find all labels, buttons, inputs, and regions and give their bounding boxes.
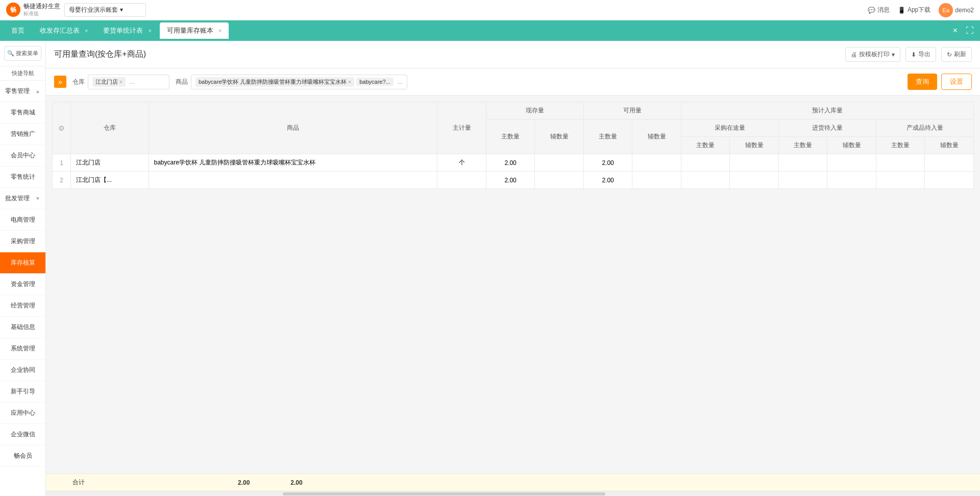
fullscreen-btn[interactable]: ⛶ (964, 24, 976, 37)
warehouse-tag-value: 江北门店 (95, 78, 118, 86)
sidebar-item-purchase[interactable]: 采购管理 (0, 231, 45, 252)
avatar: Ea (939, 3, 953, 17)
th-settings[interactable]: ⚙ (53, 102, 71, 154)
product-tag-2-value: babycare?... (359, 79, 390, 85)
page-title: 可用量查询(按仓库+商品) (54, 49, 146, 66)
top-bar-left: 畅 畅捷通好生意 标准版 母婴行业演示账套 ▾ (6, 3, 146, 17)
enterprise-dropdown-icon: ▾ (120, 6, 123, 13)
sidebar-item-finance[interactable]: 资金管理 (0, 274, 45, 295)
tab-home[interactable]: 首页 (4, 22, 32, 39)
th-planned-in: 预计入库量 (681, 102, 973, 120)
sidebar-item-retail-stats[interactable]: 零售统计 (0, 167, 45, 188)
sidebar-item-operations[interactable]: 经营管理 (0, 295, 45, 317)
th-product: 商品 (149, 102, 437, 154)
quick-nav-label: 快捷导航 (12, 70, 34, 76)
template-print-btn[interactable]: 🖨 按模板打印 ▾ (845, 47, 900, 62)
sidebar-retail-mall-label: 零售商城 (11, 108, 35, 117)
footer-label: 合计 (54, 478, 85, 487)
sidebar-item-retail-mall[interactable]: 零售商城 (0, 102, 45, 124)
sidebar-item-app-center[interactable]: 应用中心 (0, 403, 45, 424)
sidebar-vip-member-label: 畅会员 (14, 452, 32, 460)
row-1-stock-main: 2.00 (486, 154, 535, 172)
template-print-label: 按模板打印 (859, 50, 890, 59)
product-tag-1-value: babycare学饮杯 儿童防摔防撞吸管杯重力球吸嘴杯宝宝水杯 (199, 78, 347, 86)
sidebar-enterprise-collab-label: 企业协同 (11, 366, 35, 374)
sidebar-item-new-guide[interactable]: 新手引导 (0, 381, 45, 403)
sidebar-search-area: 🔍 搜索菜单 (0, 41, 45, 66)
th-arr-aux: 辅数量 (827, 137, 876, 154)
sidebar-item-basic-info[interactable]: 基础信息 (0, 317, 45, 338)
tab-order-stat-close[interactable]: × (148, 28, 151, 34)
footer-stock-main: 2.00 (238, 479, 250, 486)
product-filter-group: 商品 babycare学饮杯 儿童防摔防撞吸管杯重力球吸嘴杯宝宝水杯 × bab… (176, 75, 407, 89)
sidebar: 🔍 搜索菜单 快捷导航 零售管理 ▲ 零售商城 营销推广 会员中心 零售统计 批… (0, 41, 46, 496)
main-layout: 🔍 搜索菜单 快捷导航 零售管理 ▲ 零售商城 营销推广 会员中心 零售统计 批… (0, 41, 980, 496)
warehouse-label: 仓库 (72, 78, 85, 86)
sidebar-item-member[interactable]: 会员中心 (0, 145, 45, 167)
th-pending-arrival: 进货待入量 (778, 120, 876, 137)
warehouse-filter-group: 仓库 江北门店 × ... (72, 75, 169, 89)
row-2-product (149, 172, 437, 189)
warehouse-input[interactable]: 江北门店 × ... (88, 75, 169, 89)
row-1-avail-main: 2.00 (583, 154, 632, 172)
logo-icon: 畅 (6, 3, 20, 17)
logo-text: 畅捷通好生意 (23, 3, 60, 10)
app-download-label: App下载 (908, 6, 930, 14)
quick-nav-btn[interactable]: 快捷导航 (0, 66, 45, 81)
refresh-btn[interactable]: ↻ 刷新 (941, 47, 972, 62)
sidebar-item-marketing[interactable]: 营销推广 (0, 124, 45, 145)
sidebar-item-ecommerce[interactable]: 电商管理 (0, 209, 45, 231)
row-2-purch-main (681, 172, 730, 189)
tab-order-stat[interactable]: 要货单统计表 × (96, 22, 158, 39)
row-2-stock-main: 2.00 (486, 172, 535, 189)
nav-controls: × ⛶ (951, 24, 976, 37)
sidebar-finance-label: 资金管理 (11, 280, 35, 289)
refresh-label: 刷新 (954, 50, 966, 59)
row-2-prod-aux (925, 172, 974, 189)
settings-icon[interactable]: ⚙ (58, 124, 65, 132)
sidebar-item-system[interactable]: 系统管理 (0, 338, 45, 360)
top-bar-right: 💬 消息 📱 App下载 Ea demo2 (868, 3, 974, 17)
product-tag-1-close[interactable]: × (348, 79, 351, 85)
enterprise-selector[interactable]: 母婴行业演示账套 ▾ (64, 3, 146, 17)
filter-actions: 查询 设置 (908, 74, 972, 90)
warehouse-dots[interactable]: ... (130, 78, 135, 85)
filter-expand-btn[interactable]: » (54, 76, 66, 88)
query-btn[interactable]: 查询 (908, 74, 937, 90)
tab-receipt[interactable]: 收发存汇总表 × (33, 22, 95, 39)
sidebar-new-guide-label: 新手引导 (11, 387, 35, 396)
close-all-btn[interactable]: × (951, 24, 960, 37)
warehouse-tag-close[interactable]: × (119, 79, 122, 85)
th-current-stock: 现存量 (486, 102, 583, 120)
product-dots[interactable]: ... (398, 78, 403, 85)
row-2-purch-aux (730, 172, 779, 189)
sidebar-item-inventory[interactable]: 库存核算 (0, 252, 45, 274)
row-2-warehouse: 江北门店【... (71, 172, 149, 189)
nav-tabs: 首页 收发存汇总表 × 要货单统计表 × 可用量库存账本 × × ⛶ (0, 20, 980, 41)
tab-available-close[interactable]: × (218, 28, 222, 34)
th-stock-aux: 辅数量 (535, 120, 584, 154)
export-btn[interactable]: ⬇ 导出 (905, 47, 936, 62)
search-menu-btn[interactable]: 🔍 搜索菜单 (4, 46, 41, 61)
export-label: 导出 (918, 50, 930, 59)
tab-available[interactable]: 可用量库存账本 × (160, 22, 229, 39)
sidebar-operations-label: 经营管理 (11, 301, 35, 310)
print-dropdown-icon: ▾ (892, 51, 895, 58)
sidebar-item-retail-mgmt[interactable]: 零售管理 ▲ (0, 81, 45, 102)
product-label: 商品 (176, 78, 188, 86)
th-available: 可用量 (583, 102, 681, 120)
sidebar-item-enterprise-wechat[interactable]: 企业微信 (0, 424, 45, 445)
app-download-btn[interactable]: 📱 App下载 (898, 6, 930, 14)
sidebar-item-vip-member[interactable]: 畅会员 (0, 445, 45, 467)
tab-home-label: 首页 (11, 26, 24, 35)
settings-btn[interactable]: 设置 (941, 74, 972, 90)
th-prod-main: 主数量 (876, 137, 925, 154)
message-btn[interactable]: 💬 消息 (868, 6, 890, 14)
logo-sub: 标准版 (23, 10, 60, 17)
product-input[interactable]: babycare学饮杯 儿童防摔防撞吸管杯重力球吸嘴杯宝宝水杯 × babyca… (191, 75, 407, 89)
sidebar-item-wholesale[interactable]: 批发管理 ▼ (0, 188, 45, 209)
tab-receipt-close[interactable]: × (85, 28, 88, 34)
user-area[interactable]: Ea demo2 (939, 3, 974, 17)
tab-order-stat-label: 要货单统计表 (103, 26, 143, 35)
sidebar-item-enterprise-collab[interactable]: 企业协同 (0, 360, 45, 381)
